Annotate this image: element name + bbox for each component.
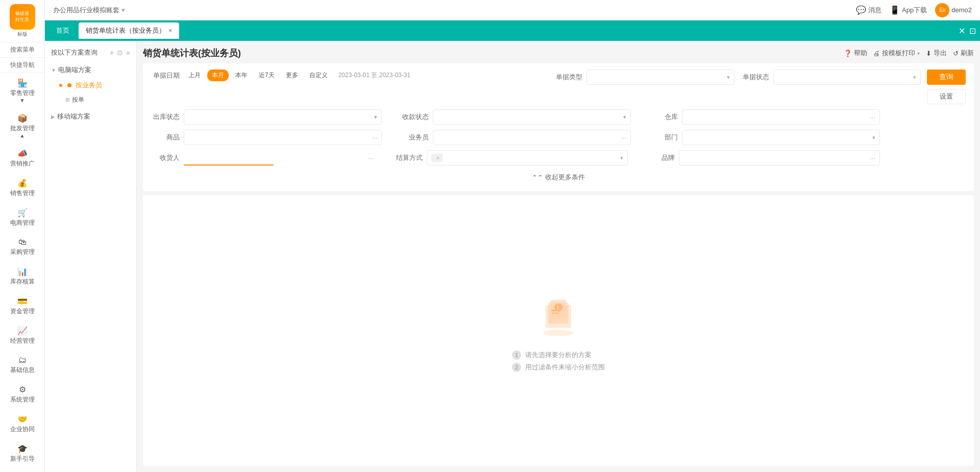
svg-rect-4 [552, 310, 556, 311]
left-panel-header: 按以下方案查询 + ⊙ « [45, 45, 136, 60]
sidebar-item-ecommerce[interactable]: 🛒 电商管理 [0, 203, 44, 232]
system-icon: ⚙ [19, 385, 26, 394]
user-profile-btn[interactable]: Ea demo2 [935, 3, 972, 17]
sidebar-item-wholesale[interactable]: 📦 批发管理 ▲ [0, 108, 44, 144]
sidebar-search[interactable]: 搜索菜单 [0, 42, 44, 57]
doc-type-arrow-icon: ▾ [727, 74, 730, 81]
settle-select[interactable]: × ▾ [427, 150, 628, 166]
date-label: 单据日期 [151, 71, 180, 80]
logo-subtitle: 标版 [17, 31, 28, 38]
doc-status-label: 单据状态 [741, 73, 769, 82]
sidebar-item-purchase[interactable]: 🛍 采购管理 [0, 232, 44, 262]
pc-section-header[interactable]: ▼ 电脑端方案 [45, 62, 136, 78]
settle-tag-close-btn[interactable]: × [436, 155, 439, 161]
marketing-icon: 📣 [17, 149, 28, 158]
finance-icon: 💳 [17, 296, 28, 306]
wholesale-arrow-icon: ▲ [20, 133, 25, 138]
template-print-btn[interactable]: 🖨 按模板打印 ▾ [873, 49, 920, 58]
sidebar-item-basic[interactable]: 🗂 基础信息 [0, 350, 44, 380]
scheme-by-salesperson[interactable]: 按业务员 [45, 78, 136, 93]
logo-icon: 畅捷通好生意 [10, 4, 35, 30]
main-area: 办公用品行业模拟账套 ▾ 💬 消息 📱 App下载 Ea demo2 首页 [45, 0, 980, 472]
sidebar-logo[interactable]: 畅捷通好生意 标版 [0, 0, 44, 42]
date-btn-this-year[interactable]: 本年 [231, 69, 252, 81]
salesperson-dots[interactable]: ··· [621, 134, 626, 141]
tab-minimize-btn[interactable]: ✕ [959, 26, 965, 36]
date-btn-last-month[interactable]: 上月 [184, 69, 205, 81]
collapse-icon: ⌃⌃ [532, 174, 543, 181]
edit-scheme-btn[interactable]: ⊙ [117, 49, 123, 57]
tab-close-btn[interactable]: × [168, 27, 172, 34]
sidebar-item-inventory[interactable]: 📊 库存核算 [0, 262, 44, 291]
doc-type-label: 单据类型 [554, 73, 582, 82]
page-title-row: 销货单统计表(按业务员) ❓ 帮助 🖨 按模板打印 ▾ ⬇ 导出 [143, 47, 974, 59]
warehouse-dots[interactable]: ··· [870, 113, 875, 121]
print-dropdown-icon: ▾ [917, 51, 920, 56]
empty-state: ! 1 请先选择要分析的方案 2 用过滤条件来缩小分析范围 [143, 195, 974, 466]
date-btn-more[interactable]: 更多 [281, 69, 303, 81]
pc-section: ▼ 电脑端方案 按业务员 ⊞ 按单 [45, 62, 136, 107]
out-status-select[interactable]: ▾ [184, 109, 382, 125]
query-button[interactable]: 查询 [927, 69, 966, 85]
sidebar-item-system[interactable]: ⚙ 系统管理 [0, 380, 44, 409]
salesperson-select[interactable]: ··· [433, 130, 631, 145]
refresh-btn[interactable]: ↺ 刷新 [953, 49, 974, 58]
tab-active[interactable]: 销货单统计表（按业务员） × [79, 22, 179, 39]
help-btn[interactable]: ❓ 帮助 [844, 49, 867, 58]
sidebar-quick-nav[interactable]: 快捷导航 [0, 57, 44, 73]
collapse-btn[interactable]: ⌃⌃ 收起更多条件 [151, 170, 966, 185]
scheme-by-order[interactable]: ⊞ 按单 [45, 93, 136, 107]
sidebar-item-sales[interactable]: 💰 销售管理 [0, 173, 44, 203]
inventory-icon: 📊 [17, 267, 28, 276]
export-btn[interactable]: ⬇ 导出 [926, 49, 947, 58]
tab-bar: 首页 销货单统计表（按业务员） × ✕ ⊡ [45, 20, 980, 41]
doc-status-select[interactable]: ▾ [773, 69, 921, 85]
newbie-icon: 🎓 [17, 444, 28, 454]
goods-select[interactable]: ··· [184, 130, 382, 145]
add-scheme-btn[interactable]: + [110, 49, 114, 57]
warehouse-select[interactable]: ··· [682, 109, 880, 125]
tab-home[interactable]: 首页 [49, 22, 77, 39]
empty-tip-2: 2 用过滤条件来缩小分析范围 [512, 363, 605, 372]
tab-maximize-btn[interactable]: ⊡ [969, 26, 976, 36]
goods-dots[interactable]: ··· [372, 134, 377, 141]
doc-type-select[interactable]: ▾ [586, 69, 734, 85]
sidebar-item-newbie[interactable]: 🎓 新手引导 [0, 439, 44, 468]
header-right: 💬 消息 📱 App下载 Ea demo2 [856, 3, 972, 17]
sidebar-item-finance[interactable]: 💳 资金管理 [0, 291, 44, 321]
sidebar-item-operations[interactable]: 📈 经营管理 [0, 321, 44, 350]
collapse-panel-btn[interactable]: « [126, 49, 130, 57]
page-actions: ❓ 帮助 🖨 按模板打印 ▾ ⬇ 导出 ↺ 刷新 [844, 49, 974, 58]
date-control: 上月 本月 本年 近7天 更多 自定义 2023-03-01 至 2023-03… [184, 69, 548, 81]
consignee-input[interactable] [184, 150, 274, 166]
sidebar-item-appstore[interactable]: 📱 应用中心 [0, 468, 44, 472]
basic-icon: 🗂 [18, 356, 27, 365]
enterprise-icon: 🤝 [17, 414, 28, 424]
empty-svg: ! [533, 290, 584, 341]
dept-arrow-icon: ▾ [872, 134, 875, 141]
top-header: 办公用品行业模拟账套 ▾ 💬 消息 📱 App下载 Ea demo2 [45, 0, 980, 20]
wholesale-icon: 📦 [17, 113, 28, 123]
brand-dots[interactable]: ··· [870, 154, 875, 162]
brand-select[interactable]: ··· [679, 150, 880, 166]
sidebar-item-retail[interactable]: 🏪 零售管理 ▼ [0, 73, 44, 108]
date-btn-7days[interactable]: 近7天 [254, 69, 279, 81]
tab-bar-actions: ✕ ⊡ [959, 26, 976, 36]
dept-select[interactable]: ▾ [682, 130, 880, 145]
active-scheme-dot [67, 83, 71, 87]
account-dropdown[interactable]: 办公用品行业模拟账套 ▾ [53, 6, 125, 15]
receipt-status-label: 收款状态 [400, 112, 429, 122]
filter-area: 单据日期 上月 本月 本年 近7天 更多 自定义 2023-03-01 至 20… [143, 63, 974, 191]
sidebar-item-marketing[interactable]: 📣 营销推广 [0, 144, 44, 173]
mobile-section-header[interactable]: ▶ 移动端方案 [45, 109, 136, 124]
export-icon: ⬇ [926, 50, 932, 57]
date-btn-this-month[interactable]: 本月 [207, 69, 229, 81]
sidebar-item-enterprise[interactable]: 🤝 企业协同 [0, 409, 44, 439]
settings-button[interactable]: 设置 [927, 89, 966, 104]
date-btn-custom[interactable]: 自定义 [305, 69, 332, 81]
message-btn[interactable]: 💬 消息 [856, 5, 881, 15]
out-status-arrow-icon: ▾ [374, 114, 377, 121]
receipt-status-select[interactable]: ▾ [433, 109, 631, 125]
app-download-btn[interactable]: 📱 App下载 [890, 5, 927, 15]
consignee-dots[interactable]: ··· [368, 154, 374, 162]
